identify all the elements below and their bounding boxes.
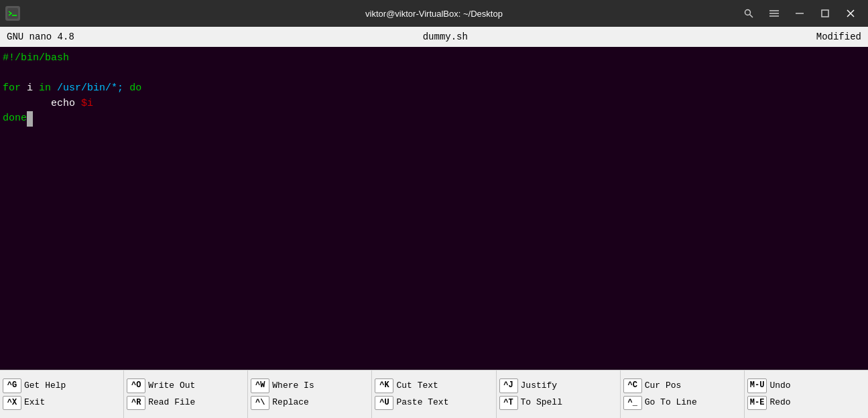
label-cut-text: Cut Text [396,379,438,393]
key-ctrl-k: ^K [375,378,393,393]
shortcut-group-cut: ^K Cut Text ^U Paste Text [372,370,496,418]
shortcut-cut-text: ^K Cut Text [372,377,495,394]
shortcut-exit: ^X Exit [0,395,123,411]
label-where-is: Where Is [272,379,314,393]
window-title: viktor@viktor-VirtualBox: ~/Desktop [365,9,503,19]
code-line-5: done [3,111,865,127]
search-button[interactable] [737,4,761,23]
shortcut-replace: ^\ Replace [248,395,371,411]
code-line-1: #!/bin/bash [3,51,865,66]
shortcut-to-spell: ^T To Spell [497,395,620,411]
shortcut-group-justify: ^J Justify ^T To Spell [497,370,621,418]
label-paste-text: Paste Text [396,396,448,410]
nano-modified: Modified [816,31,861,42]
svg-point-2 [745,10,751,15]
nano-version: GNU nano 4.8 [7,31,74,42]
shortcut-group-file: ^O Write Out ^R Read File [124,370,248,418]
shortcut-justify: ^J Justify [497,377,620,394]
shortcut-group-undo: M-U Undo M-E Redo [745,370,868,418]
key-ctrl-t: ^T [499,396,518,410]
key-ctrl-x: ^X [3,396,21,410]
label-go-to-line: Go To Line [645,396,697,410]
shortcut-redo: M-E Redo [745,395,868,411]
label-undo: Undo [769,379,790,393]
shortcut-write-out: ^O Write Out [124,377,247,394]
shortcut-undo: M-U Undo [745,377,868,394]
nano-filename: dummy.sh [423,31,468,42]
shortcut-get-help: ^G Get Help [0,377,123,394]
shortcut-cur-pos: ^C Cur Pos [621,377,744,394]
close-button[interactable] [839,4,863,23]
label-justify: Justify [521,379,558,393]
svg-rect-8 [822,10,828,17]
code-line-2 [3,66,865,82]
label-read-file: Read File [148,396,195,410]
titlebar-left [5,6,20,21]
label-cur-pos: Cur Pos [645,379,682,393]
label-exit: Exit [24,396,45,410]
key-ctrl-r: ^R [127,396,145,410]
svg-line-3 [750,15,753,18]
key-m-u: M-U [747,378,767,393]
text-cursor [27,111,33,127]
key-ctrl-o: ^O [127,378,145,393]
shortcut-go-to-line: ^_ Go To Line [621,395,744,411]
label-to-spell: To Spell [521,396,562,410]
shortcut-group-pos: ^C Cur Pos ^_ Go To Line [621,370,745,418]
key-ctrl-c: ^C [623,378,642,393]
menu-button[interactable] [762,4,786,23]
shortcut-group-help: ^G Get Help ^X Exit [0,370,124,418]
key-m-e: M-E [747,396,767,410]
svg-rect-0 [7,8,18,19]
key-ctrl-backslash: ^\ [251,396,269,410]
key-ctrl-u: ^U [375,396,393,410]
nano-header: GNU nano 4.8 dummy.sh Modified [0,27,868,47]
window-controls [737,4,863,23]
key-ctrl-underscore: ^_ [623,396,642,410]
shortcut-bar: ^G Get Help ^X Exit ^O Write Out ^R Read… [0,370,868,418]
code-line-3: for i in /usr/bin/*; do [3,81,865,96]
label-replace: Replace [272,396,309,410]
key-ctrl-j: ^J [499,378,518,393]
shortcut-where-is: ^W Where Is [248,377,371,394]
editor-area[interactable]: #!/bin/bash for i in /usr/bin/*; do echo… [0,47,868,370]
shortcut-paste-text: ^U Paste Text [372,395,495,411]
code-line-4: echo $i [3,96,865,112]
terminal-icon [5,6,20,21]
key-ctrl-g: ^G [3,378,21,393]
label-write-out: Write Out [148,379,195,393]
key-ctrl-w: ^W [251,378,269,393]
shortcut-read-file: ^R Read File [124,395,247,411]
shortcut-group-search: ^W Where Is ^\ Replace [248,370,372,418]
label-get-help: Get Help [24,379,66,393]
minimize-button[interactable] [788,4,812,23]
titlebar: viktor@viktor-VirtualBox: ~/Desktop [0,0,868,27]
maximize-button[interactable] [813,4,837,23]
label-redo: Redo [769,396,790,410]
